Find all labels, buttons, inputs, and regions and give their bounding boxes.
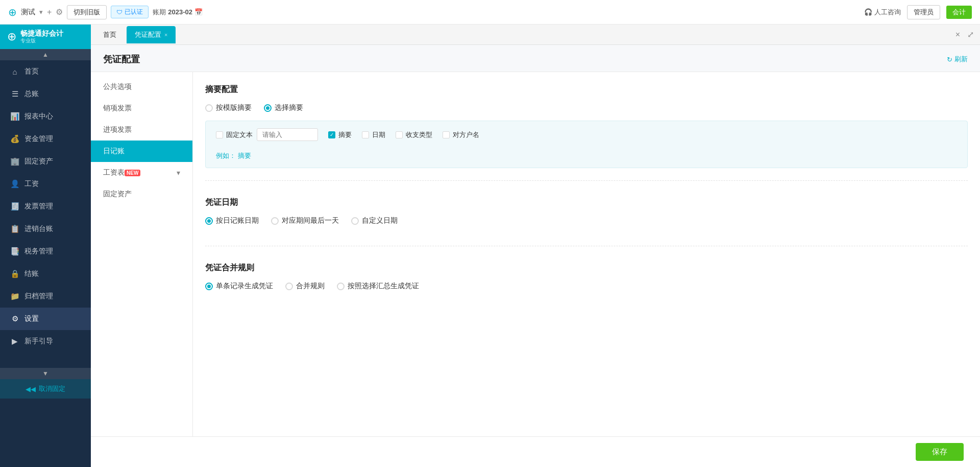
settings-sidebar-icon: ⚙	[10, 314, 19, 323]
checkbox-date-box	[362, 131, 369, 138]
summary-radio-group: 按模版摘要 选择摘要	[205, 103, 968, 112]
left-nav-purchase-invoice[interactable]: 进项发票	[91, 119, 192, 141]
chevron-down-icon: ▾	[177, 169, 180, 177]
close-window-button[interactable]: ×	[953, 28, 962, 41]
tab-voucher-config[interactable]: 凭证配置 ×	[127, 26, 176, 43]
sidebar-item-archive[interactable]: 📁 归档管理	[0, 285, 91, 308]
radio-template-circle	[205, 104, 213, 112]
refresh-button[interactable]: ↻ 刷新	[947, 55, 968, 64]
radio-select-circle	[264, 104, 272, 112]
sales-ledger-icon: 📋	[10, 224, 19, 233]
assets-icon: 🏢	[10, 157, 19, 166]
invoice-mgmt-icon: 🧾	[10, 202, 19, 211]
checkbox-fixed-text[interactable]: 固定文本	[216, 130, 253, 139]
sidebar-item-guide[interactable]: ▶ 新手引导	[0, 330, 91, 353]
calendar-icon[interactable]: 📅	[194, 8, 203, 16]
radio-template-summary[interactable]: 按模版摘要	[205, 103, 252, 112]
voucher-date-radio-group: 按日记账日期 对应期间最后一天 自定义日期	[205, 216, 968, 225]
consult-button[interactable]: 🎧 人工咨询	[864, 8, 901, 17]
left-nav-fixed-assets[interactable]: 固定资产	[91, 183, 192, 205]
tax-icon: 📑	[10, 247, 19, 256]
voucher-date-title: 凭证日期	[205, 197, 968, 208]
home-icon: ⌂	[10, 67, 19, 76]
workspace-name: 测试	[21, 8, 35, 17]
left-nav: 公共选项 销项发票 进项发票 日记账 工资表 NEW ▾	[91, 72, 193, 436]
checkbox-summary[interactable]: ✓ 摘要	[328, 130, 352, 139]
checkbox-date[interactable]: 日期	[362, 130, 385, 139]
tab-right-actions: × ⤢	[953, 28, 976, 41]
page-header: 凭证配置 ↻ 刷新	[91, 45, 980, 72]
sidebar-item-tax[interactable]: 📑 税务管理	[0, 240, 91, 263]
sidebar-item-funds[interactable]: 💰 资金管理	[0, 128, 91, 150]
headset-icon: 🎧	[864, 8, 872, 16]
expand-window-button[interactable]: ⤢	[965, 28, 976, 41]
sidebar-item-sales-ledger[interactable]: 📋 进销台账	[0, 218, 91, 240]
checkbox-summary-box: ✓	[328, 131, 335, 138]
sidebar: ⊕ 畅捷通好会计 专业版 ▲ ⌂ 首页 ☰ 总账 📊 报表中心 💰 资金管理 🏢…	[0, 25, 91, 467]
summary-config-box: 固定文本 ✓ 摘要 日期	[205, 121, 968, 168]
sidebar-item-assets[interactable]: 🏢 固定资产	[0, 150, 91, 173]
pin-left-icon: ◀◀	[26, 385, 36, 393]
bottom-bar: 保存	[91, 436, 980, 467]
example-text: 例如： 摘要	[216, 152, 251, 159]
radio-custom-date[interactable]: 自定义日期	[351, 216, 398, 225]
radio-journal-date[interactable]: 按日记账日期	[205, 216, 259, 225]
switch-old-button[interactable]: 切到旧版	[67, 5, 107, 19]
checkbox-cashflow[interactable]: 收支类型	[396, 130, 432, 139]
left-nav-payroll[interactable]: 工资表 NEW ▾	[91, 162, 192, 183]
topbar-left: ⊕ 测试 ▾ + ⚙ 切到旧版 🛡 已认证 账期 2023-02 📅	[8, 5, 203, 19]
tab-bar: 首页 凭证配置 × × ⤢	[91, 25, 980, 45]
topbar: ⊕ 测试 ▾ + ⚙ 切到旧版 🛡 已认证 账期 2023-02 📅 🎧 人工咨…	[0, 0, 980, 25]
sidebar-scroll-up[interactable]: ▲	[0, 49, 91, 60]
radio-custom-date-circle	[351, 217, 359, 225]
add-icon[interactable]: +	[47, 8, 52, 17]
workspace-dropdown-icon[interactable]: ▾	[39, 8, 43, 16]
checkbox-counterparty[interactable]: 对方户名	[443, 130, 479, 139]
new-badge: NEW	[125, 170, 140, 176]
logo-mark: ⊕	[7, 30, 16, 43]
logo-icon: ⊕	[8, 6, 17, 18]
topbar-right: 🎧 人工咨询 管理员 会计	[864, 5, 972, 19]
page-content: 凭证配置 ↻ 刷新 公共选项 销项发票 进项发票	[91, 45, 980, 467]
left-nav-journal[interactable]: 日记账	[91, 141, 192, 162]
certified-badge: 🛡 已认证	[111, 6, 149, 18]
radio-summary-gen-circle	[337, 283, 345, 290]
sidebar-logo: ⊕ 畅捷通好会计 专业版	[0, 25, 91, 49]
manager-button[interactable]: 管理员	[907, 5, 940, 19]
summary-config-section: 摘要配置 按模版摘要 选择摘要	[205, 84, 968, 181]
radio-merge-rule[interactable]: 合并规则	[285, 282, 325, 291]
sidebar-scroll-down[interactable]: ▼	[0, 368, 91, 379]
tab-close-icon[interactable]: ×	[164, 32, 167, 38]
sidebar-item-settings[interactable]: ⚙ 设置	[0, 308, 91, 330]
settings-icon[interactable]: ⚙	[56, 7, 63, 17]
voucher-merge-title: 凭证合并规则	[205, 263, 968, 273]
page-title: 凭证配置	[103, 53, 140, 65]
voucher-merge-radio-group: 单条记录生成凭证 合并规则 按照选择汇总生成凭证	[205, 282, 968, 291]
voucher-merge-section: 凭证合并规则 单条记录生成凭证 合并规则	[205, 263, 968, 311]
sidebar-item-reports[interactable]: 📊 报表中心	[0, 105, 91, 128]
left-nav-public[interactable]: 公共选项	[91, 76, 192, 98]
checkbox-cashflow-box	[396, 131, 403, 138]
ledger-icon: ☰	[10, 89, 19, 99]
radio-journal-date-circle	[205, 217, 213, 225]
shield-icon: 🛡	[116, 9, 122, 16]
accountant-button[interactable]: 会计	[946, 6, 972, 19]
radio-select-summary[interactable]: 选择摘要	[264, 103, 303, 112]
voucher-date-section: 凭证日期 按日记账日期 对应期间最后一天	[205, 197, 968, 246]
fixed-text-group: 固定文本	[216, 128, 318, 141]
tab-home[interactable]: 首页	[95, 26, 125, 43]
sidebar-item-invoice-mgmt[interactable]: 🧾 发票管理	[0, 195, 91, 218]
fixed-text-input[interactable]	[257, 128, 318, 141]
cancel-fixed-button[interactable]: ◀◀ 取消固定	[0, 379, 91, 399]
radio-single-record[interactable]: 单条记录生成凭证	[205, 282, 273, 291]
sidebar-item-ledger[interactable]: ☰ 总账	[0, 83, 91, 105]
radio-summary-gen[interactable]: 按照选择汇总生成凭证	[337, 282, 419, 291]
sidebar-item-closing[interactable]: 🔒 结账	[0, 263, 91, 285]
sidebar-item-wages[interactable]: 👤 工资	[0, 173, 91, 195]
radio-period-last[interactable]: 对应期间最后一天	[271, 216, 339, 225]
save-button[interactable]: 保存	[916, 443, 964, 461]
sidebar-item-home[interactable]: ⌂ 首页	[0, 60, 91, 83]
refresh-icon: ↻	[947, 56, 952, 63]
left-nav-sales-invoice[interactable]: 销项发票	[91, 98, 192, 119]
right-content: 摘要配置 按模版摘要 选择摘要	[193, 72, 980, 436]
